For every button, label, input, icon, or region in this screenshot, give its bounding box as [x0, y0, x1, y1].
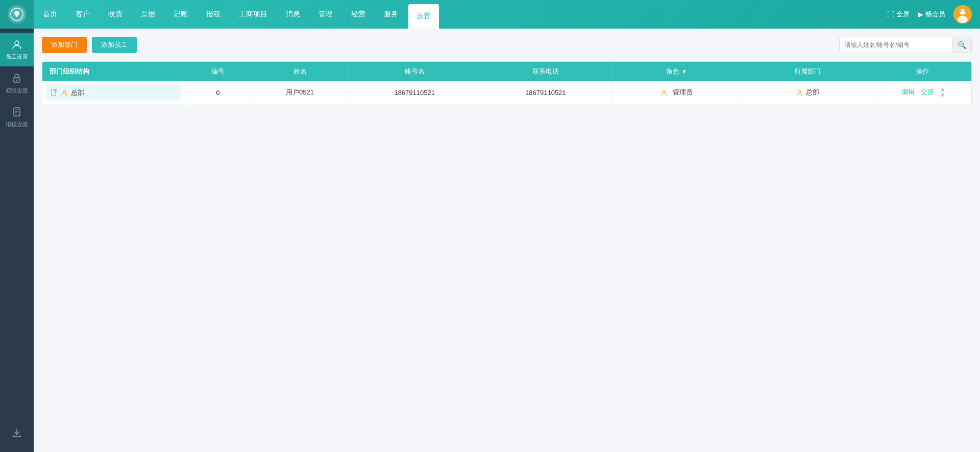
content-area: 添加部门 添加员工 🔍 部门组织结构	[34, 29, 980, 452]
dept-name: 总部	[71, 88, 84, 98]
search-input[interactable]	[840, 41, 952, 49]
file-icon	[51, 89, 58, 98]
top-nav: 首页 客户 收费 票据 记账 报税 工商项目 消息 管理 经营 服务 设置 ⛶ …	[0, 0, 980, 29]
nav-service[interactable]: 服务	[375, 0, 407, 29]
dept-tree-item[interactable]: 总部	[46, 85, 181, 101]
cell-role: 管理员	[611, 81, 742, 104]
svg-point-2	[958, 16, 968, 23]
nav-settings[interactable]: 设置	[408, 4, 439, 29]
svg-rect-12	[52, 89, 56, 96]
nav-manage[interactable]: 管理	[309, 0, 342, 29]
nav-right: ⛶ 全屏 ▶ 畅会员	[887, 5, 980, 23]
sidebar-employee-label: 员工设置	[6, 54, 28, 60]
cell-dept: 总部	[742, 81, 873, 104]
transfer-link[interactable]: 交接	[921, 88, 934, 96]
logo-icon	[8, 5, 26, 23]
cell-account: 18679110521	[349, 81, 480, 104]
role-person-icon	[660, 88, 671, 96]
table-body: 0 用户0521 18679110521 18679110521	[185, 81, 971, 104]
nav-message[interactable]: 消息	[277, 0, 309, 29]
sidebar-item-permissions[interactable]: 权限设置	[0, 66, 34, 100]
svg-point-5	[15, 41, 19, 45]
nav-bookkeeping[interactable]: 记账	[164, 0, 197, 29]
employee-table: 编号 姓名 账号名 联系电话 角色 ▼ 所属部门 操作	[185, 62, 971, 104]
svg-rect-8	[14, 108, 20, 116]
toolbar: 添加部门 添加员工 🔍	[42, 37, 972, 53]
sidebar-item-employee[interactable]: 员工设置	[0, 33, 34, 66]
report-icon	[11, 106, 22, 119]
sidebar: 员工设置 权限设置 报税设置	[0, 29, 34, 452]
nav-home[interactable]: 首页	[34, 0, 66, 29]
role-label: 管理员	[673, 88, 693, 96]
th-phone: 联系电话	[480, 62, 611, 81]
sidebar-bottom	[9, 421, 24, 452]
filter-icon[interactable]: ▼	[681, 68, 687, 75]
search-bar: 🔍	[839, 37, 972, 53]
scroll-down-btn[interactable]: ▼	[940, 92, 945, 99]
edit-link[interactable]: 编辑	[901, 88, 915, 96]
sidebar-taxsettings-label: 报税设置	[6, 121, 28, 128]
th-role-label: 角色	[666, 67, 679, 76]
member-label: 畅会员	[925, 10, 945, 19]
fullscreen-btn[interactable]: ⛶ 全屏	[887, 10, 910, 19]
dept-header: 部门组织结构	[42, 62, 185, 81]
search-button[interactable]: 🔍	[952, 37, 971, 53]
nav-bill[interactable]: 票据	[132, 0, 164, 29]
dept-panel: 部门组织结构	[42, 62, 185, 105]
cell-action: 编辑 交接 ▲ ▼	[873, 81, 971, 104]
download-icon	[11, 427, 22, 440]
table-header-row: 编号 姓名 账号名 联系电话 角色 ▼ 所属部门 操作	[185, 62, 971, 81]
logo-area	[0, 0, 34, 29]
fullscreen-icon: ⛶	[887, 10, 894, 18]
nav-tax[interactable]: 报税	[197, 0, 230, 29]
svg-point-16	[798, 90, 800, 93]
th-dept: 所属部门	[742, 62, 873, 81]
th-action: 操作	[873, 62, 971, 81]
lock-icon	[11, 73, 22, 85]
row-scroll-controls: ▲ ▼	[940, 86, 945, 99]
member-btn[interactable]: ▶ 畅会员	[918, 10, 945, 19]
dept-label: 总部	[806, 88, 819, 96]
dept-person-icon	[61, 89, 68, 98]
nav-biz[interactable]: 工商项目	[230, 0, 277, 29]
sidebar-item-taxsettings[interactable]: 报税设置	[0, 100, 34, 134]
fullscreen-label: 全屏	[896, 10, 910, 19]
svg-point-15	[663, 90, 665, 93]
main-nav: 首页 客户 收费 票据 记账 报税 工商项目 消息 管理 经营 服务 设置	[34, 0, 887, 29]
cell-name: 用户0521	[251, 81, 349, 104]
dept-tree: 总部	[42, 81, 185, 105]
svg-point-4	[964, 10, 966, 12]
sidebar-download-btn[interactable]	[9, 421, 24, 446]
table-panel: 编号 姓名 账号名 联系电话 角色 ▼ 所属部门 操作	[185, 62, 971, 105]
member-icon: ▶	[918, 10, 923, 18]
table-row: 0 用户0521 18679110521 18679110521	[185, 81, 971, 104]
panel-layout: 部门组织结构	[42, 61, 972, 105]
add-dept-button[interactable]: 添加部门	[42, 37, 87, 53]
nav-operate[interactable]: 经营	[342, 0, 375, 29]
dept-person-icon-cell	[796, 88, 806, 96]
sidebar-permissions-label: 权限设置	[6, 87, 28, 94]
svg-point-14	[63, 90, 66, 92]
employee-icon	[11, 39, 22, 52]
nav-client[interactable]: 客户	[66, 0, 99, 29]
nav-fee[interactable]: 收费	[99, 0, 132, 29]
svg-point-7	[16, 80, 18, 81]
cell-phone: 18679110521	[480, 81, 611, 104]
main-layout: 员工设置 权限设置 报税设置	[0, 29, 980, 452]
svg-point-3	[960, 10, 962, 12]
th-name: 姓名	[251, 62, 349, 81]
th-account: 账号名	[349, 62, 480, 81]
th-role: 角色 ▼	[611, 62, 742, 81]
add-staff-button[interactable]: 添加员工	[92, 37, 137, 53]
cell-number: 0	[185, 81, 251, 104]
th-number: 编号	[185, 62, 251, 81]
avatar[interactable]	[953, 5, 972, 23]
scroll-up-btn[interactable]: ▲	[940, 86, 945, 92]
